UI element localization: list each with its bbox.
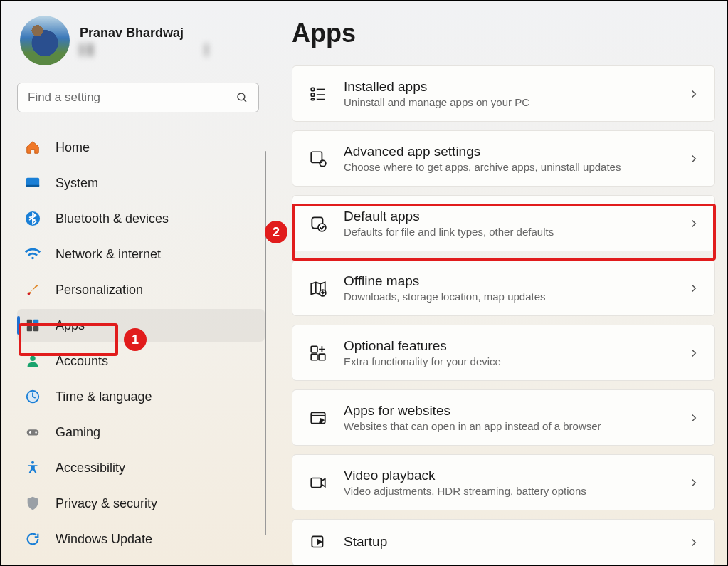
- clock-globe-icon: [24, 388, 41, 405]
- svg-rect-30: [311, 478, 321, 487]
- svg-rect-28: [319, 354, 325, 360]
- card-title: Installed apps: [344, 79, 672, 95]
- annotation-badge-1: 1: [124, 328, 147, 351]
- sidebar-item-label: Network & internet: [56, 247, 161, 262]
- system-icon: [24, 174, 41, 192]
- card-title: Startup: [344, 534, 672, 550]
- card-subtitle: Websites that can open in an app instead…: [344, 420, 672, 432]
- sidebar-item-bluetooth[interactable]: Bluetooth & devices: [17, 202, 265, 235]
- profile-block[interactable]: Pranav Bhardwaj: [17, 16, 265, 65]
- accounts-icon: [24, 352, 41, 370]
- svg-rect-27: [311, 354, 317, 360]
- sidebar-item-time-language[interactable]: Time & language: [17, 380, 265, 413]
- profile-name: Pranav Bhardwaj: [80, 26, 236, 41]
- svg-point-14: [31, 461, 34, 464]
- card-title: Offline maps: [344, 273, 672, 289]
- sidebar-item-privacy[interactable]: Privacy & security: [17, 487, 265, 520]
- card-title: Video playback: [344, 468, 672, 483]
- sidebar-item-accounts[interactable]: Accounts: [17, 345, 265, 377]
- svg-rect-26: [311, 346, 317, 352]
- brush-icon: [24, 281, 41, 298]
- card-title: Default apps: [344, 209, 672, 224]
- sidebar-item-gaming[interactable]: Gaming: [17, 416, 265, 449]
- avatar: [20, 16, 70, 65]
- svg-rect-6: [27, 320, 32, 325]
- chevron-right-icon: [687, 152, 700, 165]
- apps-websites-icon: [308, 408, 328, 428]
- card-video-playback[interactable]: Video playback Video adjustments, HDR st…: [292, 454, 715, 510]
- accessibility-icon: [24, 459, 41, 476]
- sidebar-item-label: System: [56, 176, 98, 191]
- svg-rect-9: [33, 326, 38, 331]
- update-icon: [24, 530, 41, 547]
- chevron-right-icon: [687, 88, 700, 100]
- sidebar-item-label: Windows Update: [56, 532, 152, 547]
- chevron-right-icon: [687, 412, 700, 424]
- main-content: Apps Installed apps Uninstall and manage…: [272, 1, 727, 565]
- card-subtitle: Uninstall and manage apps on your PC: [344, 96, 672, 108]
- card-title: Advanced app settings: [344, 144, 672, 159]
- chevron-right-icon: [687, 536, 700, 549]
- card-advanced-app-settings[interactable]: Advanced app settings Choose where to ge…: [292, 130, 715, 187]
- card-subtitle: Downloads, storage location, map updates: [344, 290, 672, 303]
- sidebar-item-personalization[interactable]: Personalization: [17, 273, 265, 306]
- card-offline-maps[interactable]: Offline maps Downloads, storage location…: [292, 260, 715, 316]
- card-startup[interactable]: Startup: [292, 519, 715, 565]
- annotation-badge-2: 2: [265, 221, 287, 243]
- search-box[interactable]: [17, 83, 259, 112]
- svg-point-13: [35, 431, 36, 433]
- search-input[interactable]: [28, 90, 236, 105]
- svg-rect-15: [311, 88, 314, 90]
- apps-icon: [24, 317, 41, 334]
- svg-point-10: [30, 356, 35, 361]
- card-subtitle: Choose where to get apps, archive apps, …: [344, 161, 672, 173]
- svg-rect-3: [26, 185, 39, 187]
- svg-line-1: [243, 99, 246, 102]
- profile-email-blurred: [80, 43, 236, 56]
- sidebar-item-label: Privacy & security: [56, 496, 157, 511]
- card-default-apps[interactable]: Default apps Defaults for file and link …: [292, 195, 715, 251]
- optional-features-icon: [308, 343, 328, 363]
- wifi-icon: [24, 246, 41, 263]
- card-title: Optional features: [344, 338, 672, 354]
- card-subtitle: Video adjustments, HDR streaming, batter…: [344, 485, 672, 497]
- default-apps-icon: [308, 214, 328, 234]
- startup-icon: [308, 533, 328, 552]
- svg-rect-29: [311, 412, 325, 423]
- svg-rect-8: [27, 326, 32, 331]
- bluetooth-icon: [24, 210, 41, 227]
- svg-rect-16: [311, 93, 314, 95]
- home-icon: [24, 139, 41, 156]
- video-icon: [308, 473, 328, 493]
- sidebar-item-accessibility[interactable]: Accessibility: [17, 451, 265, 484]
- card-installed-apps[interactable]: Installed apps Uninstall and manage apps…: [292, 65, 715, 122]
- svg-point-22: [320, 160, 326, 167]
- svg-rect-7: [33, 320, 38, 325]
- svg-point-5: [28, 293, 31, 295]
- sidebar-item-label: Personalization: [56, 283, 143, 298]
- svg-rect-12: [27, 429, 39, 435]
- sidebar-item-home[interactable]: Home: [17, 131, 265, 164]
- chevron-right-icon: [687, 282, 700, 295]
- svg-rect-17: [311, 98, 314, 100]
- sidebar-item-label: Gaming: [56, 425, 100, 440]
- sidebar-item-label: Bluetooth & devices: [56, 211, 169, 226]
- chevron-right-icon: [687, 347, 700, 360]
- sidebar-scrollbar[interactable]: [265, 151, 266, 535]
- installed-apps-icon: [308, 84, 328, 104]
- sidebar-item-label: Accessibility: [56, 461, 125, 476]
- card-apps-for-websites[interactable]: Apps for websites Websites that can open…: [292, 389, 715, 446]
- card-title: Apps for websites: [344, 403, 672, 419]
- sidebar-item-network[interactable]: Network & internet: [17, 238, 265, 271]
- search-icon: [236, 91, 248, 104]
- card-subtitle: Defaults for file and link types, other …: [344, 226, 672, 238]
- svg-point-0: [238, 93, 245, 100]
- sidebar-item-system[interactable]: System: [17, 167, 265, 199]
- advanced-settings-icon: [308, 149, 328, 169]
- page-title: Apps: [292, 19, 715, 48]
- chevron-right-icon: [687, 476, 700, 489]
- card-optional-features[interactable]: Optional features Extra functionality fo…: [292, 325, 715, 381]
- sidebar-item-label: Apps: [56, 318, 85, 333]
- sidebar-item-windows-update[interactable]: Windows Update: [17, 523, 265, 555]
- gamepad-icon: [24, 424, 41, 441]
